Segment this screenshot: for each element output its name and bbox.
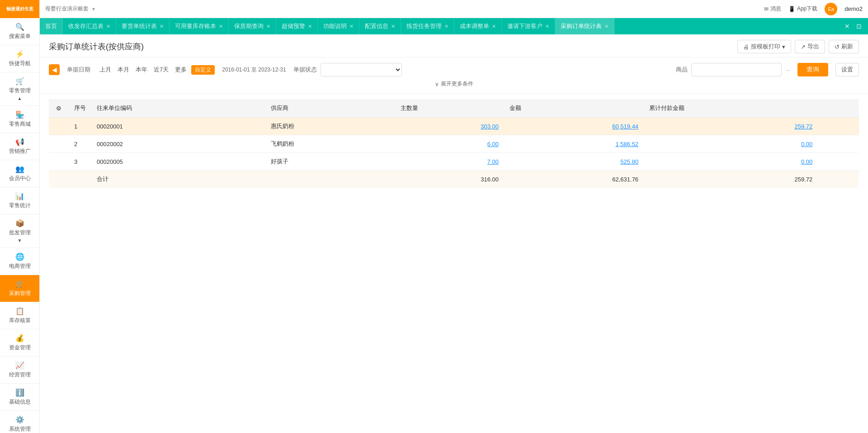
close-icon[interactable]: ✕ — [106, 24, 110, 29]
messages-button[interactable]: ✉ 消息 — [764, 5, 781, 13]
sidebar-item-search[interactable]: 🔍 搜索菜单 — [0, 18, 39, 45]
wholesale-icon: 📦 — [15, 219, 24, 228]
tab-requisition-summary[interactable]: 要货单统计表 ✕ — [116, 18, 170, 34]
tab-shelf-life[interactable]: 保质期查询 ✕ — [229, 18, 276, 34]
goods-input[interactable] — [691, 63, 782, 76]
user-name[interactable]: demo2 — [844, 5, 863, 12]
row-vendor-name: 飞鹤奶粉 — [265, 135, 395, 153]
filter-toggle-button[interactable]: ◀ — [49, 64, 60, 75]
row-no: 2 — [69, 135, 91, 153]
row-main-qty[interactable]: 7.00 — [395, 153, 504, 171]
sidebar-item-quick-nav[interactable]: ⚡ 快捷导航 — [0, 45, 39, 72]
row-amount[interactable]: 60,519.44 — [504, 118, 644, 135]
topbar-right: ✉ 消息 📱 App下载 Ea demo2 — [764, 3, 863, 15]
tab-label: 拣货任务管理 — [406, 22, 442, 30]
table-row: 2 00020002 飞鹤奶粉 6.00 1,586.52 0.00 — [49, 135, 859, 153]
tab-overstock-alert[interactable]: 超储预警 ✕ — [276, 18, 318, 34]
avatar[interactable]: Ea — [825, 3, 837, 15]
sidebar-item-system[interactable]: ⚙️ 系统管理 — [0, 411, 39, 433]
row-main-qty[interactable]: 303.00 — [395, 118, 504, 135]
refresh-button[interactable]: ↺ 刷新 — [829, 40, 859, 53]
sidebar-item-retail-mgmt[interactable]: 🛒 零售管理 ▲ — [0, 72, 39, 106]
data-table: ⚙ 序号 往来单位编码 供应商 主数量 金额 累计付款金额 1 — [49, 99, 859, 188]
workspace-name: 母婴行业演示账套 — [45, 5, 89, 13]
row-paid-amount[interactable]: 259.72 — [644, 118, 818, 135]
tab-config-info[interactable]: 配置信息 ✕ — [359, 18, 401, 34]
export-button[interactable]: ↗ 导出 — [795, 40, 825, 53]
sidebar-item-purchase[interactable]: 🛒 采购管理 — [0, 275, 39, 302]
app-download-button[interactable]: 📱 App下载 — [788, 5, 817, 13]
sidebar-item-marketing[interactable]: 📢 营销推广 — [0, 133, 39, 160]
row-paid-amount[interactable]: 0.00 — [644, 135, 818, 153]
retail-stats-icon: 📊 — [15, 192, 24, 200]
sidebar-item-inventory[interactable]: 📋 库存核算 — [0, 302, 39, 329]
chevron-up-icon: ▲ — [18, 96, 22, 101]
purchase-icon: 🛒 — [15, 280, 24, 288]
date-shortcuts: 上月 本月 本年 近7天 更多 自定义 — [98, 65, 215, 75]
close-icon[interactable]: ✕ — [391, 24, 395, 29]
row-amount[interactable]: 525.80 — [504, 153, 644, 171]
tab-function-desc[interactable]: 功能说明 ✕ — [318, 18, 359, 34]
close-icon[interactable]: ✕ — [308, 24, 312, 29]
close-tab-button[interactable]: ✕ — [842, 21, 853, 32]
table-body: 1 00020001 惠氏奶粉 303.00 60,519.44 259.72 … — [49, 118, 859, 171]
sidebar-item-finance[interactable]: 💰 资金管理 — [0, 329, 39, 357]
user-initials: Ea — [828, 6, 834, 12]
print-button[interactable]: 🖨 按模板打印 ▾ — [737, 40, 791, 53]
sidebar-item-basic-info[interactable]: ℹ️ 基础信息 — [0, 384, 39, 411]
sidebar-item-membership[interactable]: 👥 会员中心 — [0, 160, 39, 187]
sidebar-item-label: 资金管理 — [9, 344, 31, 352]
row-amount[interactable]: 1,586.52 — [504, 135, 644, 153]
shortcut-this-year[interactable]: 本年 — [134, 65, 149, 75]
footer-amount: 62,631.76 — [504, 171, 644, 188]
row-paid-amount[interactable]: 0.00 — [644, 153, 818, 171]
shortcut-this-month[interactable]: 本月 — [116, 65, 131, 75]
column-settings-icon[interactable]: ⚙ — [54, 104, 63, 113]
row-settings — [49, 153, 69, 171]
sidebar-item-label: 经营管理 — [9, 371, 31, 379]
sidebar-item-label: 批发管理 — [9, 229, 31, 237]
sidebar-item-operations[interactable]: 📈 经营管理 — [0, 357, 39, 384]
shortcut-more[interactable]: 更多 — [173, 65, 189, 75]
close-icon[interactable]: ✕ — [266, 24, 270, 29]
custom-date-badge[interactable]: 自定义 — [191, 65, 215, 75]
tab-home[interactable]: 首页 — [40, 18, 63, 34]
sidebar-item-retail-stats[interactable]: 📊 零售统计 — [0, 187, 39, 214]
paid-amount-column-header: 累计付款金额 — [644, 99, 818, 118]
row-main-qty[interactable]: 6.00 — [395, 135, 504, 153]
tab-receive-summary[interactable]: 收发存汇总表 ✕ — [63, 18, 116, 34]
tab-cost-adjust[interactable]: 成本调整单 ✕ — [454, 18, 502, 34]
messages-label: 消息 — [770, 5, 781, 13]
chevron-down-icon: ▼ — [18, 238, 22, 243]
close-icon[interactable]: ✕ — [444, 24, 448, 29]
tab-usable-inventory[interactable]: 可用量库存账本 ✕ — [170, 18, 229, 34]
close-icon[interactable]: ✕ — [349, 24, 354, 29]
more-options-icon[interactable]: ··· — [785, 67, 790, 73]
app-download-icon: 📱 — [788, 6, 795, 12]
close-icon[interactable]: ✕ — [604, 24, 609, 29]
tab-invite-downstream[interactable]: 邀请下游客户 ✕ — [502, 18, 555, 34]
sidebar-item-wholesale[interactable]: 📦 批发管理 ▼ — [0, 214, 39, 248]
status-select[interactable] — [321, 63, 402, 76]
settings-button[interactable]: 设置 — [835, 63, 859, 76]
query-button[interactable]: 查询 — [797, 63, 828, 76]
close-icon[interactable]: ✕ — [219, 24, 223, 29]
close-icon[interactable]: ✕ — [160, 24, 164, 29]
sidebar-item-label: 采购管理 — [9, 290, 31, 297]
close-icon[interactable]: ✕ — [492, 24, 496, 29]
sidebar-item-retail-store[interactable]: 🏪 零售商城 — [0, 106, 39, 133]
shortcut-last-month[interactable]: 上月 — [98, 65, 113, 75]
tab-purchase-summary[interactable]: 采购订单统计表 ✕ — [555, 18, 614, 34]
marketing-icon: 📢 — [15, 138, 24, 146]
tab-picking-tasks[interactable]: 拣货任务管理 ✕ — [401, 18, 454, 34]
status-filter-wrap: 单据状态 — [293, 63, 402, 76]
close-icon[interactable]: ✕ — [545, 24, 549, 29]
maximize-button[interactable]: ⊡ — [854, 21, 864, 32]
filter-area: ◀ 单据日期 上月 本月 本年 近7天 更多 自定义 2016-01-01 至 … — [40, 57, 868, 94]
row-settings — [49, 118, 69, 135]
expand-more-button[interactable]: ∨ 展开更多条件 — [49, 80, 859, 88]
operations-icon: 📈 — [15, 361, 24, 370]
sidebar-item-ecommerce[interactable]: 🌐 电商管理 — [0, 248, 39, 275]
tabbar-actions: ✕ ⊡ — [838, 18, 868, 34]
shortcut-7days[interactable]: 近7天 — [152, 65, 170, 75]
